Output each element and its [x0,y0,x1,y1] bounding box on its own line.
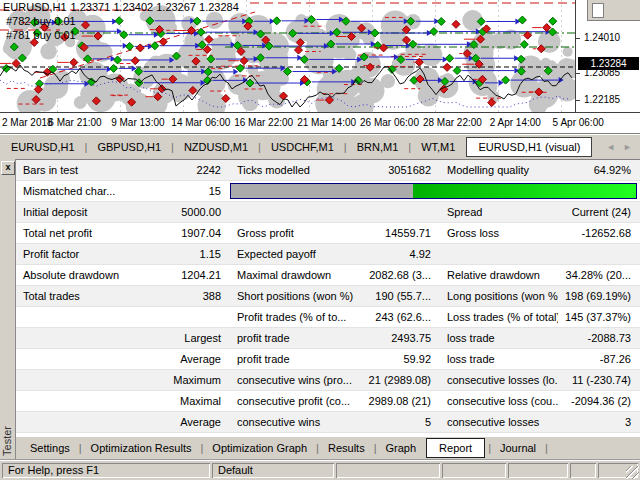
report-cell: Largest [166,328,230,348]
report-cell: Gross loss [440,223,558,243]
background-window-fragment [587,0,640,21]
tester-tab-graph[interactable]: Graph [378,439,425,457]
report-cell: 2242 [166,160,230,180]
report-cell [16,370,166,390]
report-cell: Current (24) [558,202,640,222]
report-cell: Gross profit [230,223,360,243]
report-cell: 34.28% (20... [558,265,640,285]
report-cell: Absolute drawdown [16,265,166,285]
chart-tab-eurusd-h1-visual-[interactable]: EURUSD,H1 (visual) [466,137,592,157]
report-cell: consecutive profit (co... [230,391,360,411]
tab-scroll-right-icon[interactable]: ► [623,142,632,152]
time-axis-label: 6 Mar 21:00 [48,117,101,128]
report-cell: Maximal [166,391,230,411]
chart-tab-wt-m1[interactable]: WT,M1 [412,137,464,157]
report-cell: consecutive losses [440,412,558,432]
status-bar: For Help, press F1 Default [0,459,640,480]
tester-tab-results[interactable]: Results [320,439,373,457]
time-axis-label: 5 Apr 06:00 [553,117,604,128]
report-cell: 3051682 [360,160,440,180]
report-cell [440,244,558,264]
status-pane [508,463,568,478]
report-cell: Total trades [16,286,166,306]
report-cell: 198 (69.19%) [558,286,640,306]
tab-scroll-left-icon[interactable]: ◄ [606,142,615,152]
report-cell: -2088.73 [558,328,640,348]
report-cell: Spread [440,202,558,222]
tester-panel: x Tester Bars in test2242Ticks modelled3… [0,159,640,459]
chart-tabs: EURUSD,H1|GBPUSD,H1|NZDUSD,M1|USDCHF,M1|… [2,137,600,157]
status-profile: Default [212,463,334,478]
report-cell [360,202,440,222]
chart-tab-nzdusd-m1[interactable]: NZDUSD,M1 [175,137,257,157]
price-chart[interactable] [0,0,575,112]
report-cell: 1907.04 [166,223,230,243]
report-cell [166,307,230,327]
quality-bar-gray-segment [231,184,413,198]
report-cell: profit trade [230,349,360,369]
report-cell: 59.92 [360,349,440,369]
report-cell: 5 [360,412,440,432]
report-row: Mismatched char...15 [16,181,640,202]
report-cell: Long positions (won %) [440,286,558,306]
price-axis-tick [576,100,580,101]
report-cell: 145 (37.37%) [558,307,640,327]
report-cell: 21 (2989.08) [360,370,440,390]
report-cell [16,412,166,432]
report-cell: profit trade [230,328,360,348]
report-cell: Total net profit [16,223,166,243]
report-row: Averageprofit trade59.92loss trade-87.26 [16,349,640,370]
tester-tab-optimization-graph[interactable]: Optimization Graph [204,439,315,457]
report-row: Initial deposit5000.00SpreadCurrent (24) [16,202,640,223]
chart-tab-brn-m1[interactable]: BRN,M1 [348,137,408,157]
report-cell: 190 (55.7... [360,286,440,306]
tester-tab-journal[interactable]: Journal [492,439,544,457]
time-axis-label: 14 Mar 06:00 [171,117,230,128]
report-cell: Expected payoff [230,244,360,264]
report-row: Maximalconsecutive profit (co...2989.08 … [16,391,640,412]
report-cell: 1204.21 [166,265,230,285]
report-cell: -87.26 [558,349,640,369]
chart-tab-eurusd-h1[interactable]: EURUSD,H1 [2,137,84,157]
report-row: Total net profit1907.04Gross profit14559… [16,223,640,244]
report-cell [16,349,166,369]
tester-tab-settings[interactable]: Settings [22,439,78,457]
current-price-badge: 1.23284 [578,57,639,70]
report-cell: 2082.68 (3... [360,265,440,285]
time-axis-label: 16 Mar 22:00 [234,117,293,128]
report-cell: Maximum [166,370,230,390]
report-cell: Short positions (won %) [230,286,360,306]
report-table: Bars in test2242Ticks modelled3051682Mod… [16,159,640,438]
report-cell: Mismatched char... [16,181,166,201]
report-cell: loss trade [440,328,558,348]
report-cell: consecutive wins [230,412,360,432]
report-row: Total trades388Short positions (won %)19… [16,286,640,307]
report-cell: 388 [166,286,230,306]
chart-tab-bar: EURUSD,H1|GBPUSD,H1|NZDUSD,M1|USDCHF,M1|… [0,133,640,159]
report-cell: Average [166,412,230,432]
tester-tab-report[interactable]: Report [426,438,485,458]
report-row: Maximumconsecutive wins (pro...21 (2989.… [16,370,640,391]
report-cell [16,307,166,327]
report-cell: consecutive loss (cou... [440,391,558,411]
tester-tab-optimization-results[interactable]: Optimization Results [83,439,200,457]
report-cell: 2989.08 (21) [360,391,440,411]
status-pane [336,463,440,478]
chart-tab-usdchf-m1[interactable]: USDCHF,M1 [262,137,343,157]
report-cell: 2493.75 [360,328,440,348]
report-cell: 243 (62.6... [360,307,440,327]
chart-panel: EURUSD,H11.23371 1.23402 1.23267 1.23284… [0,0,640,133]
close-tester-button[interactable]: x [1,161,15,175]
resize-grip[interactable] [626,466,639,479]
report-cell: -12652.68 [558,223,640,243]
status-pane [570,463,596,478]
report-cell: Ticks modelled [230,160,360,180]
chart-tab-gbpusd-h1[interactable]: GBPUSD,H1 [88,137,170,157]
report-cell: Profit factor [16,244,166,264]
status-help-text: For Help, press F1 [2,463,210,478]
report-cell: consecutive wins (pro... [230,370,360,390]
trade-annotation: #781 buy 0.01 [6,29,76,41]
report-area: Bars in test2242Ticks modelled3051682Mod… [16,159,640,459]
report-cell: Relative drawdown [440,265,558,285]
time-axis[interactable]: 2 Mar 20186 Mar 21:009 Mar 13:0014 Mar 0… [0,112,640,134]
